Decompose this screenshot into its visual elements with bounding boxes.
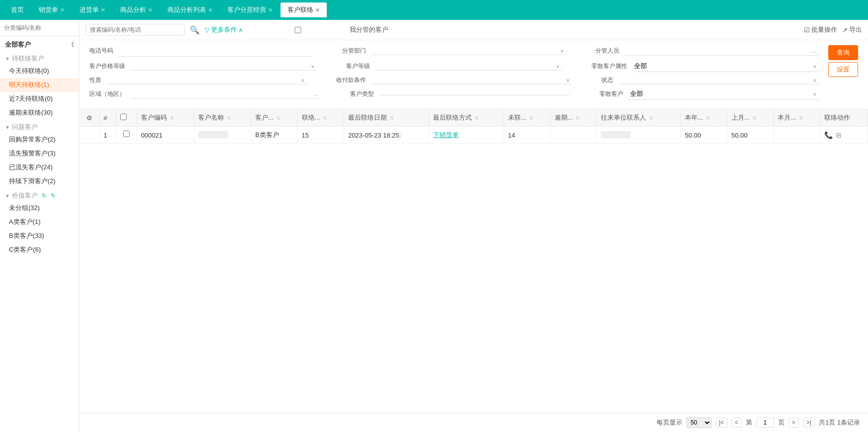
nature-select[interactable]: ∨ [106, 76, 306, 84]
batch-op-button[interactable]: ☑ 批量操作 [804, 25, 837, 34]
phone-input[interactable] [120, 46, 310, 55]
code-column-header[interactable]: 客户编码 ⇅ [137, 109, 194, 127]
retail-customer-select[interactable]: 全部 ∨ [628, 88, 818, 100]
overdue-column-header[interactable]: 逾期... ⇅ [550, 109, 597, 127]
this-month-column-header[interactable]: 本月... ⇅ [774, 109, 820, 127]
filter-row-1: 电话号码 分管部门 ∨ 分管人员 [89, 45, 818, 57]
type-column-header[interactable]: 客户... ⇅ [251, 109, 297, 127]
sidebar-item-churn-warn[interactable]: 流失预警客户(3) [0, 146, 79, 160]
person-select[interactable]: … [624, 46, 818, 56]
close-analysis-table-icon[interactable]: ✕ [208, 7, 213, 13]
row-type-cell: B类客户 [251, 127, 297, 144]
phone-action-icon[interactable]: 📞 [824, 131, 833, 139]
name-column-header[interactable]: 客户名称 ⇅ [194, 109, 251, 127]
sidebar-item-repurchase[interactable]: 回购异常客户(2) [0, 133, 79, 146]
refresh-value-icon[interactable]: ↻ [42, 192, 47, 199]
filter-row-2: 客户价格等级 ∨ 客户等级 ∨ 零散客户属性 [89, 61, 818, 72]
search-bar: 🔍 ▽ 更多条件 ∧ 我分管的客户 ☑ 批量操作 ↗ 导出 [79, 20, 868, 40]
nav-sales[interactable]: 销货单 ✕ [32, 2, 72, 17]
customer-type-select[interactable] [379, 93, 569, 95]
close-analysis-icon[interactable]: ✕ [148, 7, 152, 13]
chevron-up-icon: ∧ [238, 26, 243, 34]
query-button[interactable]: 查询 [828, 45, 858, 60]
collapse-icon[interactable]: 《 [68, 41, 74, 49]
close-purchase-icon[interactable]: ✕ [101, 7, 105, 13]
sidebar-item-tomorrow[interactable]: 明天待联络(1) [0, 78, 79, 92]
payment-select[interactable]: ∨ [371, 76, 571, 84]
last-month-column-header[interactable]: 上月... ⇅ [727, 109, 774, 127]
sidebar: 🔍 全部客户 《 待联络客户 今天待联络(0) 明天待联络(1) 近7天待联络(… [0, 20, 79, 432]
filter-icon: ▽ [205, 26, 210, 34]
more-filter-button[interactable]: ▽ 更多条件 ∧ [205, 25, 243, 34]
status-select[interactable]: ∨ [618, 76, 818, 84]
nav-home[interactable]: 首页 [4, 2, 31, 17]
customer-level-select[interactable]: ∨ [375, 63, 561, 71]
checkbox-column-header[interactable] [116, 109, 137, 127]
sidebar-item-churned[interactable]: 已流失客户(24) [0, 160, 79, 174]
row-checkbox[interactable] [123, 131, 130, 137]
search-input[interactable] [85, 24, 185, 36]
row-last-method-cell[interactable]: 下销货单 [429, 127, 504, 144]
gear-column-header[interactable]: ⚙ [79, 109, 99, 127]
filter-row-4: 区域（地区） … 客户类型 零散客户 全部 [89, 88, 818, 100]
retail-attr-select[interactable]: 全部 ∨ [632, 61, 818, 72]
search-button-icon[interactable]: 🔍 [190, 25, 200, 35]
this-year-column-header[interactable]: 本年... ⇅ [681, 109, 727, 127]
nav-customer-layer[interactable]: 客户分层经营 ✕ [220, 2, 280, 17]
edit-value-icon[interactable]: ✎ [51, 192, 56, 199]
prev-page-button[interactable]: < [731, 418, 742, 428]
not-contacted-column-header[interactable]: 未联... ⇅ [504, 109, 551, 127]
settings-button[interactable]: 设置 [828, 62, 858, 77]
next-page-button[interactable]: > [789, 418, 799, 428]
close-customer-layer-icon[interactable]: ✕ [268, 7, 273, 13]
close-customer-contact-icon[interactable]: ✕ [315, 7, 320, 13]
sidebar-search-area: 🔍 [0, 20, 79, 36]
select-all-checkbox[interactable] [120, 114, 127, 120]
per-page-select[interactable]: 50 100 200 [686, 417, 712, 428]
last-contact-date-column-header[interactable]: 最后联络日期 ⇅ [344, 109, 429, 127]
row-code-cell: 000021 [137, 127, 194, 144]
export-button[interactable]: ↗ 导出 [842, 25, 862, 34]
nav-purchase[interactable]: 进货单 ✕ [72, 2, 112, 17]
sidebar-item-declining[interactable]: 持续下滑客户(2) [0, 174, 79, 188]
price-level-select[interactable]: ∨ [130, 63, 316, 71]
sidebar-item-today[interactable]: 今天待联络(0) [0, 64, 79, 78]
nav-analysis[interactable]: 商品分析 ✕ [113, 2, 159, 17]
sidebar-item-c-class[interactable]: C类客户(6) [0, 243, 79, 257]
first-page-button[interactable]: |< [716, 418, 727, 428]
last-page-button[interactable]: >| [803, 418, 815, 428]
nav-customer-contact[interactable]: 客户联络 ✕ [281, 2, 327, 17]
filter-panel: 电话号码 分管部门 ∨ 分管人员 [79, 40, 868, 109]
person-ellipsis-icon[interactable]: … [810, 47, 816, 54]
sidebar-item-b-class[interactable]: B类客户(33) [0, 229, 79, 243]
phone-input-wrapper[interactable] [118, 45, 312, 57]
dept-select[interactable]: ∨ [371, 47, 565, 55]
sidebar-item-ungroup[interactable]: 未分组(32) [0, 201, 79, 215]
customer-level-chevron-icon: ∨ [556, 64, 560, 69]
unit-contact-column-header[interactable]: 往来单位联系人 ⇅ [597, 109, 681, 127]
my-customer-checkbox[interactable] [248, 27, 348, 33]
row-last-month-cell: 50.00 [727, 127, 774, 144]
close-sales-icon[interactable]: ✕ [60, 7, 65, 13]
seq-column-header: # [99, 109, 116, 127]
row-name-cell [194, 127, 251, 144]
customer-level-label: 客户等级 [346, 62, 370, 71]
page-input[interactable] [756, 418, 774, 428]
page-label: 第 [746, 418, 752, 427]
sidebar-item-week7[interactable]: 近7天待联络(0) [0, 92, 79, 106]
contact-column-header[interactable]: 联络... ⇅ [297, 109, 344, 127]
last-contact-method-column-header[interactable]: 最后联络方式 ⇅ [429, 109, 504, 127]
area-ellipsis-icon[interactable]: … [312, 90, 318, 97]
row-seq-cell: 1 [99, 127, 116, 144]
sidebar-search-input[interactable] [4, 24, 78, 31]
sidebar-item-overdue[interactable]: 逾期未联络(30) [0, 106, 79, 120]
nav-analysis-table[interactable]: 商品分析列表 ✕ [160, 2, 219, 17]
customer-type-label: 客户类型 [350, 90, 374, 98]
status-label: 状态 [601, 76, 613, 84]
row-gear-cell [79, 127, 99, 144]
sidebar-item-a-class[interactable]: A类客户(1) [0, 215, 79, 229]
area-select[interactable]: … [130, 89, 320, 99]
grid-action-icon[interactable]: ⊞ [836, 131, 842, 139]
my-customer-checkbox-area[interactable]: 我分管的客户 [248, 25, 388, 34]
row-checkbox-cell[interactable] [116, 127, 137, 141]
